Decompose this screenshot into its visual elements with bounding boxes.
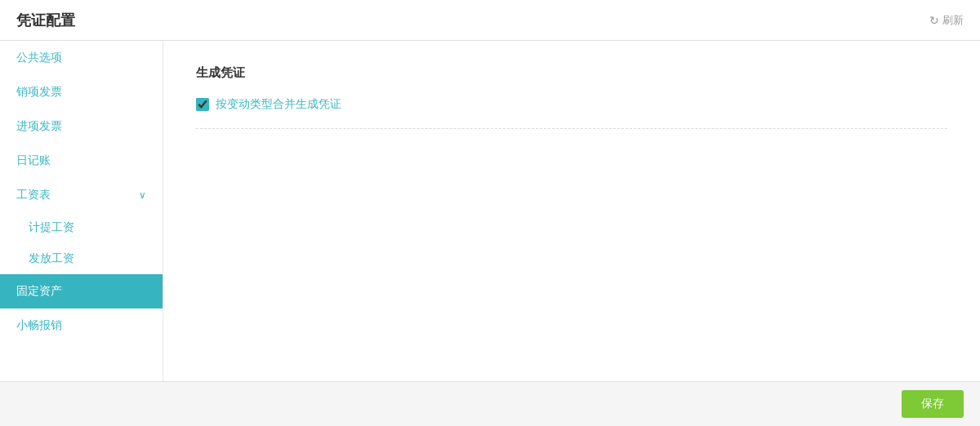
- sidebar-label-purchase-invoice: 进项发票: [16, 119, 62, 134]
- sidebar-label-pay-payroll: 发放工资: [29, 251, 74, 264]
- refresh-button[interactable]: ↻ 刷新: [929, 13, 964, 28]
- refresh-icon: ↻: [929, 14, 939, 27]
- sidebar-label-public-options: 公共选项: [16, 51, 62, 65]
- save-button[interactable]: 保存: [902, 390, 964, 418]
- section-title: 生成凭证: [196, 65, 947, 81]
- sidebar-item-payroll[interactable]: 工资表 ∨: [0, 178, 163, 212]
- checkbox-row: 按变动类型合并生成凭证: [196, 97, 947, 112]
- sidebar-item-purchase-invoice[interactable]: 进项发票: [0, 109, 163, 144]
- sidebar: 公共选项 销项发票 进项发票 日记账 工资表 ∨ 计提工资 发放工资 固定资产 …: [0, 41, 163, 381]
- sidebar-item-fixed-assets[interactable]: 固定资产: [0, 274, 163, 308]
- header: 凭证配置 ↻ 刷新: [0, 0, 980, 41]
- sidebar-label-calc-payroll: 计提工资: [29, 220, 74, 233]
- footer: 保存: [0, 381, 980, 426]
- merge-by-type-label[interactable]: 按变动类型合并生成凭证: [216, 97, 341, 112]
- refresh-label: 刷新: [942, 13, 964, 28]
- sidebar-item-calc-payroll[interactable]: 计提工资: [0, 212, 163, 243]
- sidebar-label-expense: 小畅报销: [16, 318, 62, 333]
- sidebar-item-pay-payroll[interactable]: 发放工资: [0, 243, 163, 274]
- sidebar-item-sales-invoice[interactable]: 销项发票: [0, 75, 163, 109]
- sidebar-item-public-options[interactable]: 公共选项: [0, 41, 163, 75]
- section-divider: [196, 128, 947, 129]
- chevron-down-icon: ∨: [139, 189, 146, 201]
- sidebar-item-journal[interactable]: 日记账: [0, 144, 163, 178]
- page-title: 凭证配置: [16, 11, 75, 30]
- sidebar-item-expense[interactable]: 小畅报销: [0, 308, 163, 343]
- content-area: 生成凭证 按变动类型合并生成凭证: [163, 41, 980, 381]
- sidebar-label-fixed-assets: 固定资产: [16, 284, 62, 299]
- main-layout: 公共选项 销项发票 进项发票 日记账 工资表 ∨ 计提工资 发放工资 固定资产 …: [0, 41, 980, 381]
- sidebar-label-journal: 日记账: [16, 153, 51, 168]
- merge-by-type-checkbox[interactable]: [196, 98, 209, 111]
- sidebar-label-payroll: 工资表: [16, 188, 51, 202]
- sidebar-label-sales-invoice: 销项发票: [16, 85, 62, 100]
